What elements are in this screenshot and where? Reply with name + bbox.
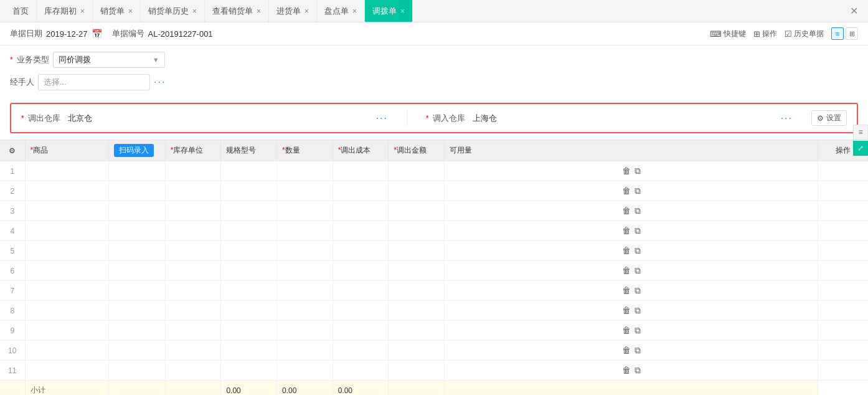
table-row: 2 🗑⧉ <box>0 181 868 201</box>
tab-close-sales-history[interactable]: × <box>192 7 197 16</box>
table-row: 10 🗑⧉ <box>0 341 868 361</box>
tab-close-purchase[interactable]: × <box>304 7 309 16</box>
warehouse-out-label: 调出仓库 <box>28 113 60 124</box>
row-1-unit[interactable] <box>108 161 165 181</box>
handler-field: 经手人 选择... ··· <box>10 74 166 90</box>
copy-icon[interactable]: ⧉ <box>634 365 641 376</box>
row-1-available[interactable] <box>389 161 445 181</box>
sidebar-expand-btn[interactable]: ⤢ <box>853 141 868 156</box>
biz-type-select[interactable]: 同价调拨 ▼ <box>53 52 165 68</box>
delete-icon[interactable]: 🗑 <box>622 245 631 256</box>
copy-icon[interactable]: ⧉ <box>634 325 641 336</box>
row-1-amount[interactable] <box>333 161 389 181</box>
scan-entry-button[interactable]: 扫码录入 <box>114 144 154 157</box>
transfer-table: ⚙ *商品 扫码录入 *库存单位 规格型号 *数量 <box>0 140 868 395</box>
copy-icon[interactable]: ⧉ <box>634 305 641 316</box>
copy-icon[interactable]: ⧉ <box>634 206 641 216</box>
operations-icon: ⊞ <box>753 29 760 39</box>
shortcuts-btn[interactable]: ⌨ 快捷键 <box>710 29 746 39</box>
biz-type-field: * 业务类型 同价调拨 ▼ <box>10 52 165 68</box>
tab-close-stocktake[interactable]: × <box>352 7 357 16</box>
history-btn[interactable]: ☑ 历史单据 <box>785 29 824 39</box>
delete-icon[interactable]: 🗑 <box>622 166 631 176</box>
col-product: *商品 <box>25 140 108 161</box>
handler-more-icon[interactable]: ··· <box>154 77 166 88</box>
biz-type-required-marker: * <box>10 55 13 64</box>
delete-icon[interactable]: 🗑 <box>622 365 631 376</box>
copy-icon[interactable]: ⧉ <box>634 226 641 236</box>
warehouse-in-required: * <box>426 114 429 123</box>
tab-bar: 首页 库存期初 × 销货单 × 销货单历史 × 查看销货单 × 进货单 × 盘点… <box>0 0 868 22</box>
warehouse-in-label: 调入仓库 <box>433 113 465 124</box>
tab-sales-history[interactable]: 销货单历史 × <box>141 0 205 22</box>
row-1-qty[interactable] <box>221 161 277 181</box>
sidebar-list-btn[interactable]: ≡ <box>853 125 868 140</box>
tab-purchase[interactable]: 进货单 × <box>269 0 317 22</box>
form-row-2: 经手人 选择... ··· <box>10 74 858 90</box>
subtotal-label: 小计 <box>25 381 108 396</box>
delete-icon[interactable]: 🗑 <box>622 325 631 336</box>
subtotal-qty: 0.00 <box>221 381 277 396</box>
tab-close-transfer[interactable]: × <box>400 7 405 16</box>
warehouse-section: * 调出仓库 北京仓 ··· * 调入仓库 上海仓 ··· ⚙ 设置 <box>10 103 858 133</box>
form-area: * 业务类型 同价调拨 ▼ 经手人 选择... ··· <box>0 45 868 103</box>
subtotal-row: 小计 0.00 0.00 0.00 <box>0 381 868 396</box>
layout-icons: ≡ ⊞ <box>831 27 858 40</box>
delete-icon[interactable]: 🗑 <box>622 186 631 196</box>
warehouse-out-value: 北京仓 <box>68 113 130 124</box>
toolbar-right: ⌨ 快捷键 ⊞ 操作 ☑ 历史单据 ≡ ⊞ <box>710 27 858 40</box>
setting-button[interactable]: ⚙ 设置 <box>811 110 847 126</box>
tab-sales-order[interactable]: 销货单 × <box>93 0 141 22</box>
tab-transfer[interactable]: 调拨单 × <box>365 0 413 22</box>
handler-placeholder: 选择... <box>44 77 67 88</box>
col-unit: *库存单位 <box>165 140 221 161</box>
window-close-button[interactable]: ✕ <box>845 5 863 17</box>
warehouse-out-more-icon[interactable]: ··· <box>376 113 388 124</box>
tab-view-sales[interactable]: 查看销货单 × <box>205 0 269 22</box>
warehouse-in-more-icon[interactable]: ··· <box>781 113 793 124</box>
subtotal-amount: 0.00 <box>333 381 389 396</box>
warehouse-divider <box>407 111 407 126</box>
col-amount: *调出金额 <box>389 140 445 161</box>
copy-icon[interactable]: ⧉ <box>634 166 641 176</box>
tab-close-sales-order[interactable]: × <box>128 7 133 16</box>
copy-icon[interactable]: ⧉ <box>634 186 641 196</box>
tab-close-inventory-init[interactable]: × <box>80 7 85 16</box>
delete-icon[interactable]: 🗑 <box>622 226 631 236</box>
history-icon: ☑ <box>785 29 792 39</box>
col-settings: ⚙ <box>0 140 25 161</box>
layout-grid-icon[interactable]: ⊞ <box>846 27 858 40</box>
handler-label: 经手人 <box>10 77 34 88</box>
copy-icon[interactable]: ⧉ <box>634 245 641 256</box>
table-row: 3 🗑⧉ <box>0 201 868 221</box>
layout-list-icon[interactable]: ≡ <box>831 27 844 40</box>
tab-stocktake[interactable]: 盘点单 × <box>317 0 365 22</box>
shortcuts-icon: ⌨ <box>710 29 722 39</box>
main-content: 单据日期 2019-12-27 📅 单据编号 AL-20191227-001 ⌨… <box>0 22 868 395</box>
col-scan: 扫码录入 <box>108 140 165 161</box>
table-row: 7 🗑⧉ <box>0 281 868 301</box>
row-1-product[interactable] <box>25 161 108 181</box>
delete-icon[interactable]: 🗑 <box>622 206 631 216</box>
row-1-spec[interactable] <box>165 161 221 181</box>
copy-icon[interactable]: ⧉ <box>634 345 641 356</box>
gear-icon: ⚙ <box>817 114 824 123</box>
operations-btn[interactable]: ⊞ 操作 <box>753 29 777 39</box>
handler-select[interactable]: 选择... <box>38 74 150 90</box>
calendar-icon[interactable]: 📅 <box>92 29 102 39</box>
number-value: AL-20191227-001 <box>148 29 213 39</box>
tab-inventory-init[interactable]: 库存期初 × <box>37 0 93 22</box>
row-1-cost[interactable] <box>277 161 333 181</box>
table-row: 9 🗑⧉ <box>0 321 868 341</box>
delete-icon[interactable]: 🗑 <box>622 265 631 276</box>
table-row: 8 🗑⧉ <box>0 301 868 321</box>
col-spec: 规格型号 <box>221 140 277 161</box>
delete-icon[interactable]: 🗑 <box>622 285 631 296</box>
copy-icon[interactable]: ⧉ <box>634 285 641 296</box>
tab-home[interactable]: 首页 <box>5 0 37 22</box>
delete-icon[interactable]: 🗑 <box>622 305 631 316</box>
tab-close-view-sales[interactable]: × <box>257 7 261 16</box>
table-gear-icon[interactable]: ⚙ <box>9 146 16 155</box>
copy-icon[interactable]: ⧉ <box>634 265 641 276</box>
delete-icon[interactable]: 🗑 <box>622 345 631 356</box>
